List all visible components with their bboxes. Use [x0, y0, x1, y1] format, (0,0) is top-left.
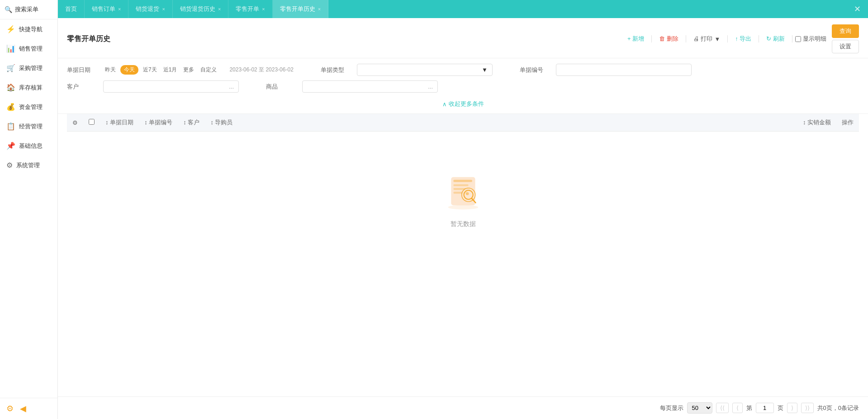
tab-label-sales-return: 销货退货 [136, 5, 159, 13]
sidebar-search[interactable]: 🔍 搜索采单 [0, 0, 57, 19]
tab-label-sales-return-history: 销货退货历史 [180, 5, 215, 13]
tab-close-sales-order[interactable]: × [118, 6, 121, 12]
empty-illustration [441, 168, 486, 213]
select-all-checkbox[interactable] [89, 119, 95, 125]
col-amount: ↕ 实销金额 [797, 114, 836, 132]
page-input[interactable] [756, 403, 774, 413]
sidebar-item-finance[interactable]: 💰资金管理 [0, 97, 57, 117]
filter-row-1: 单据日期 昨天 今天 近7天 近1月 更多 自定义 2023-06-02 至 2… [67, 64, 859, 76]
date-more[interactable]: 更多 [181, 65, 196, 75]
first-page-btn[interactable]: ⟨⟨ [716, 403, 729, 413]
sidebar-item-basic-info[interactable]: 📌基础信息 [0, 136, 57, 155]
export-button[interactable]: ↑ 导出 [730, 33, 756, 45]
tab-close-sales-return-history[interactable]: × [218, 6, 221, 12]
date-7days[interactable]: 近7天 [141, 65, 159, 75]
sidebar-item-sales-mgmt[interactable]: 📊销售管理 [0, 39, 57, 58]
date-custom[interactable]: 自定义 [199, 65, 218, 75]
sales-mgmt-label: 销售管理 [19, 45, 43, 53]
tab-sales-return[interactable]: 销货退货× [128, 0, 172, 18]
display-toggle-checkbox[interactable] [795, 36, 801, 42]
goods-input[interactable]: ... [302, 80, 438, 93]
print-button[interactable]: 🖨 打印 ▼ [689, 33, 725, 45]
pagination-bar: 每页显示 50 10 20 100 ⟨⟨ ⟨ 第 页 ⟩ ⟩⟩ 共0页，0条记录 [58, 396, 868, 419]
page-of-label: 页 [778, 404, 783, 412]
sidebar-search-label: 搜索采单 [15, 5, 38, 14]
empty-state: 暂无数据 [67, 132, 859, 255]
col-salesperson: ↕ 导购员 [205, 114, 238, 132]
prev-page-btn[interactable]: ⟨ [732, 403, 743, 413]
inventory-icon: 🏠 [6, 83, 15, 92]
next-page-btn[interactable]: ⟩ [787, 403, 797, 413]
table-body: 暂无数据 [67, 132, 859, 256]
filter-row-2: 客户 ... 商品 ... [67, 80, 859, 93]
system-icon: ⚙ [6, 161, 13, 169]
divider [651, 35, 652, 42]
col-customer: ↕ 客户 [178, 114, 205, 132]
tab-label-sales-order: 销售订单 [92, 5, 115, 13]
footer-settings-icon[interactable]: ⚙ [6, 404, 14, 414]
date-today[interactable]: 今天 [120, 65, 138, 75]
tab-label-retail-open: 零售开单 [236, 5, 259, 13]
operations-icon: 📋 [6, 122, 15, 131]
refresh-button[interactable]: ↻ 刷新 [762, 33, 789, 45]
type-filter-label: 单据类型 [321, 66, 348, 74]
last-page-btn[interactable]: ⟩⟩ [801, 403, 814, 413]
tab-sales-return-history[interactable]: 销货退货历史× [173, 0, 228, 18]
svg-rect-2 [453, 180, 472, 182]
tab-close-sales-return[interactable]: × [162, 6, 165, 12]
customer-ellipsis[interactable]: ... [229, 83, 234, 90]
sidebar-item-inventory[interactable]: 🏠库存核算 [0, 78, 57, 97]
settings-button[interactable]: 设置 [832, 40, 859, 53]
main-area: 首页销售订单×销货退货×销货退货历史×零售开单×零售开单历史× ✕ 零售开单历史… [58, 0, 868, 419]
sidebar-item-quick-nav[interactable]: ⚡快捷导航 [0, 19, 57, 39]
customer-input[interactable]: ... [103, 80, 239, 93]
date-filter-label: 单据日期 [67, 66, 94, 74]
type-select[interactable]: ▼ [357, 64, 493, 76]
tab-close-retail-open[interactable]: × [262, 6, 265, 12]
search-icon: 🔍 [5, 6, 12, 13]
col-actions: 操作 [836, 114, 859, 132]
tab-retail-open[interactable]: 零售开单× [228, 0, 272, 18]
svg-rect-3 [453, 184, 468, 186]
table-head: ⚙ ↕ 单据日期 ↕ 单据编号 ↕ 客户 [67, 114, 859, 132]
display-toggle[interactable]: 显示明细 [795, 35, 826, 43]
customer-filter-label: 客户 [67, 83, 94, 91]
divider5 [792, 35, 792, 42]
date-range-display: 2023-06-02 至 2023-06-02 [229, 66, 293, 74]
per-page-select[interactable]: 50 10 20 100 [687, 402, 712, 414]
window-close-button[interactable]: ✕ [854, 4, 861, 14]
date-1month[interactable]: 近1月 [161, 65, 179, 75]
sidebar-item-operations[interactable]: 📋经营管理 [0, 117, 57, 136]
operations-label: 经营管理 [19, 122, 43, 131]
delete-button[interactable]: 🗑 删除 [655, 33, 683, 45]
finance-icon: 💰 [6, 103, 15, 111]
date-yesterday[interactable]: 昨天 [103, 65, 118, 75]
tab-home[interactable]: 首页 [58, 0, 85, 18]
col-spacer [238, 114, 797, 132]
goods-ellipsis[interactable]: ... [428, 83, 433, 90]
tab-label-home: 首页 [65, 5, 77, 13]
total-label: 共0页，0条记录 [817, 404, 859, 412]
query-button[interactable]: 查询 [832, 24, 859, 38]
tab-sales-order[interactable]: 销售订单× [85, 0, 128, 18]
tab-label-retail-open-history: 零售开单历史 [280, 5, 315, 13]
new-button[interactable]: + 新增 [623, 33, 649, 45]
tab-retail-open-history[interactable]: 零售开单历史× [273, 0, 328, 18]
page-label: 第 [746, 404, 752, 412]
empty-text: 暂无数据 [451, 220, 476, 228]
sidebar-nav: ⚡快捷导航📊销售管理🛒采购管理🏠库存核算💰资金管理📋经营管理📌基础信息⚙系统管理 [0, 19, 57, 398]
sidebar: 🔍 搜索采单 ⚡快捷导航📊销售管理🛒采购管理🏠库存核算💰资金管理📋经营管理📌基础… [0, 0, 58, 419]
number-input[interactable] [556, 64, 692, 76]
sidebar-item-purchase-mgmt[interactable]: 🛒采购管理 [0, 58, 57, 78]
collapse-button[interactable]: ∧ 收起更多条件 [442, 100, 484, 108]
col-number: ↕ 单据编号 [139, 114, 178, 132]
svg-point-9 [465, 192, 469, 195]
data-table: ⚙ ↕ 单据日期 ↕ 单据编号 ↕ 客户 [67, 114, 859, 255]
sidebar-item-system[interactable]: ⚙系统管理 [0, 155, 57, 175]
topbar-right: ✕ [854, 4, 868, 14]
header-actions: + 新增 🗑 删除 🖨 打印 ▼ ↑ 导出 ↻ 刷新 显示明细 查 [623, 24, 859, 53]
tab-close-retail-open-history[interactable]: × [318, 6, 321, 12]
table-area: ⚙ ↕ 单据日期 ↕ 单据编号 ↕ 客户 [58, 114, 868, 396]
table-settings-icon[interactable]: ⚙ [72, 119, 78, 126]
footer-collapse-icon[interactable]: ◀ [20, 404, 26, 414]
